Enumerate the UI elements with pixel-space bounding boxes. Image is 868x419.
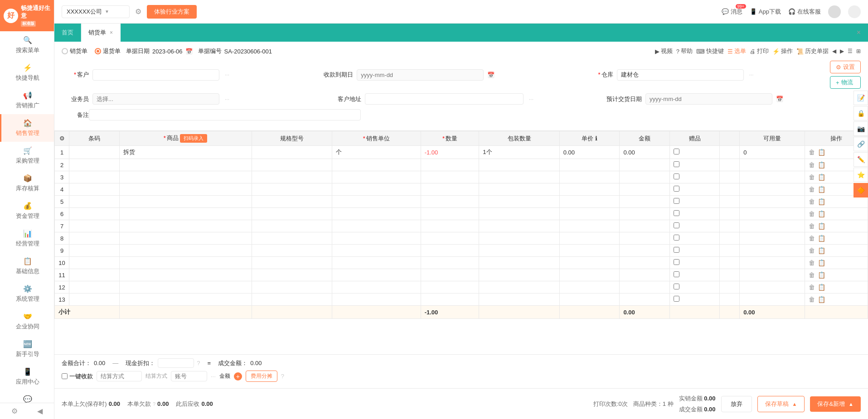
- collapse-icon[interactable]: ◀: [37, 407, 43, 415]
- delete-row-icon[interactable]: 🗑: [809, 173, 815, 181]
- delete-row-icon[interactable]: 🗑: [809, 247, 815, 254]
- delete-row-icon[interactable]: 🗑: [809, 186, 815, 193]
- remarks-input[interactable]: [89, 109, 361, 120]
- grid-view-btn[interactable]: ⊞: [856, 48, 861, 54]
- float-lock-btn[interactable]: 🔒: [853, 106, 868, 120]
- warehouse-input[interactable]: [617, 69, 744, 81]
- fee-split-button[interactable]: 费用分摊: [246, 371, 277, 382]
- sidebar-item-apps[interactable]: 📱 应用中心: [0, 363, 54, 390]
- copy-row-icon[interactable]: 📋: [818, 247, 825, 254]
- float-orange-btn[interactable]: 🔶: [853, 183, 868, 197]
- user-avatar-2[interactable]: [848, 5, 861, 18]
- online-service-link[interactable]: 🎧 在线客服: [788, 8, 821, 16]
- warehouse-more-btn[interactable]: ···: [749, 72, 754, 78]
- copy-row-icon[interactable]: 📋: [818, 259, 825, 266]
- copy-row-icon[interactable]: 📋: [818, 296, 825, 303]
- float-note-btn[interactable]: 📝: [853, 91, 868, 105]
- sidebar-item-finance[interactable]: 💰 资金管理: [0, 197, 54, 225]
- copy-row-icon[interactable]: 📋: [818, 210, 825, 217]
- help-btn[interactable]: ? 帮助: [676, 47, 693, 55]
- due-date-calendar-icon[interactable]: 📅: [487, 72, 495, 78]
- add-payment-button[interactable]: +: [234, 372, 242, 380]
- customer-addr-input[interactable]: [365, 93, 524, 105]
- float-star-btn[interactable]: ⭐: [853, 168, 868, 182]
- delete-row-icon[interactable]: 🗑: [809, 259, 815, 266]
- setting-button[interactable]: ⚙ 设置: [830, 61, 861, 73]
- select-btn[interactable]: ☰ 选单: [727, 47, 746, 55]
- float-edit-btn[interactable]: ✏️: [853, 152, 868, 167]
- sidebar-item-operations[interactable]: 📊 经营管理: [0, 225, 54, 252]
- delete-row-icon[interactable]: 🗑: [809, 222, 815, 230]
- one-click-pay-check[interactable]: [62, 373, 68, 379]
- message-button[interactable]: 💬 消息 99+: [722, 8, 742, 16]
- salesperson-input[interactable]: [92, 93, 219, 105]
- tab-sales-order[interactable]: 销货单 ×: [81, 24, 121, 42]
- print-btn[interactable]: 🖨 打印: [750, 47, 769, 55]
- float-link-btn[interactable]: 🔗: [853, 137, 868, 151]
- save-draft-button[interactable]: 保存草稿 ▲: [757, 396, 805, 412]
- abandon-button[interactable]: 放弃: [721, 396, 752, 412]
- addr-more-btn[interactable]: ···: [529, 96, 533, 102]
- history-btn[interactable]: 📜 历史单据: [796, 47, 829, 55]
- copy-row-icon[interactable]: 📋: [818, 173, 825, 181]
- sidebar-item-guide[interactable]: 🆕 新手引导: [0, 335, 54, 363]
- trial-button[interactable]: 体验行业方案: [147, 5, 197, 19]
- sidebar-item-collab[interactable]: 🤝 企业协同: [0, 308, 54, 335]
- radio-return-order[interactable]: 退货单: [95, 47, 121, 55]
- discount-input[interactable]: [158, 358, 194, 368]
- delete-row-icon[interactable]: 🗑: [809, 296, 815, 303]
- app-download-link[interactable]: 📱 App下载: [750, 8, 781, 16]
- prev-record-btn[interactable]: ◀: [832, 48, 836, 54]
- one-click-pay-checkbox[interactable]: 一键收款: [62, 372, 93, 380]
- delete-row-icon[interactable]: 🗑: [809, 198, 815, 205]
- expected-date-input[interactable]: [645, 93, 772, 105]
- copy-row-icon[interactable]: 📋: [818, 222, 825, 230]
- delete-row-icon[interactable]: 🗑: [809, 284, 815, 291]
- copy-row-icon[interactable]: 📋: [818, 186, 825, 193]
- next-record-btn[interactable]: ▶: [840, 48, 844, 54]
- shortcut-btn[interactable]: ⌨ 快捷键: [696, 47, 724, 55]
- logistics-button[interactable]: + 物流: [830, 76, 861, 89]
- copy-row-icon[interactable]: 📋: [818, 271, 825, 279]
- delete-row-icon[interactable]: 🗑: [809, 149, 815, 156]
- settings-icon[interactable]: ⚙: [11, 407, 18, 415]
- delete-row-icon[interactable]: 🗑: [809, 161, 815, 169]
- copy-row-icon[interactable]: 📋: [818, 149, 825, 156]
- sidebar-item-basic[interactable]: 📋 基础信息: [0, 252, 54, 280]
- sidebar-item-sales[interactable]: 🏠 销售管理: [0, 114, 54, 142]
- radio-sales-order[interactable]: 销货单: [62, 47, 87, 55]
- copy-row-icon[interactable]: 📋: [818, 198, 825, 205]
- float-camera-btn[interactable]: 📷: [853, 121, 868, 136]
- window-close-icon[interactable]: ×: [849, 29, 868, 37]
- tab-close-icon[interactable]: ×: [110, 29, 113, 36]
- sidebar-item-inventory[interactable]: 📦 库存核算: [0, 169, 54, 197]
- save-new-button[interactable]: 保存&新增 ▲: [810, 396, 861, 412]
- company-selector[interactable]: XXXXXX公司 ▼: [62, 5, 130, 18]
- sidebar-item-purchase[interactable]: 🛒 采购管理: [0, 142, 54, 169]
- account-input[interactable]: [171, 371, 207, 381]
- operation-btn[interactable]: ⚡ 操作: [772, 47, 793, 55]
- tab-home[interactable]: 首页: [54, 24, 81, 42]
- delete-row-icon[interactable]: 🗑: [809, 210, 815, 217]
- scan-button[interactable]: 扫码录入: [180, 134, 207, 143]
- sidebar-item-marketing[interactable]: 📢 营销推广: [0, 87, 54, 114]
- account-dots-btn[interactable]: ···: [211, 373, 216, 380]
- delete-row-icon[interactable]: 🗑: [809, 235, 815, 242]
- copy-row-icon[interactable]: 📋: [818, 284, 825, 291]
- video-btn[interactable]: ▶ 视频: [655, 47, 673, 55]
- sidebar-item-system[interactable]: ⚙️ 系统管理: [0, 280, 54, 308]
- sidebar-item-wechat[interactable]: 💬 企业微信: [0, 390, 54, 403]
- customer-more-btn[interactable]: ···: [225, 72, 229, 78]
- calc-method-input[interactable]: [97, 371, 142, 381]
- sidebar-item-search[interactable]: 🔍 搜索菜单: [0, 31, 54, 59]
- copy-row-icon[interactable]: 📋: [818, 235, 825, 242]
- due-date-input[interactable]: [357, 69, 484, 81]
- salesperson-more-btn[interactable]: ···: [225, 96, 229, 102]
- topbar-gear-icon[interactable]: ⚙: [135, 7, 141, 16]
- sidebar-item-quick-nav[interactable]: ⚡ 快捷导航: [0, 59, 54, 87]
- copy-row-icon[interactable]: 📋: [818, 161, 825, 169]
- date-calendar-icon[interactable]: 📅: [185, 48, 193, 55]
- delete-row-icon[interactable]: 🗑: [809, 271, 815, 279]
- customer-input[interactable]: [92, 69, 219, 81]
- user-avatar[interactable]: [828, 5, 841, 18]
